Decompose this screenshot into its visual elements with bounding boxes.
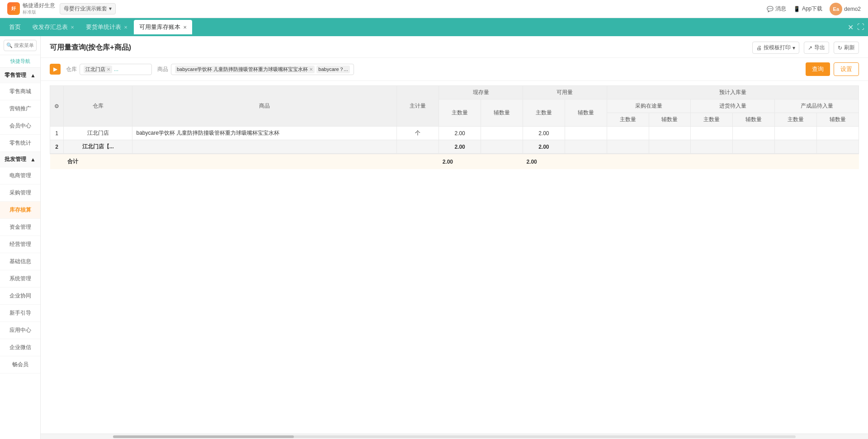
cell-product: babycare学饮杯 儿童防摔防撞吸管杯重力球吸嘴杯宝宝水杯 — [132, 127, 397, 140]
cell-prod-aux — [817, 127, 859, 140]
col-production: 产成品待入量 — [775, 99, 859, 113]
tab-home[interactable]: 首页 — [4, 20, 26, 34]
app-icon: 📱 — [793, 6, 800, 12]
warehouse-input[interactable]: 江北门店 ✕ ... — [80, 64, 152, 75]
col-avail-main: 主数量 — [523, 99, 565, 127]
cell-prod-aux-2 — [817, 140, 859, 154]
export-icon: ↗ — [808, 45, 812, 51]
filter-expand-btn[interactable]: ▶ — [50, 64, 61, 75]
sidebar-item-retail-stats[interactable]: 零售统计 — [0, 135, 40, 152]
industry-selector[interactable]: 母婴行业演示账套 ▾ — [60, 3, 116, 14]
close-tab-btn[interactable]: ✕ — [848, 23, 854, 32]
footer-empty-2 — [132, 154, 397, 169]
product-tag-2: babycare？... — [316, 66, 349, 73]
settings-btn[interactable]: 设置 — [834, 62, 859, 76]
sidebar-item-system[interactable]: 系统管理 — [0, 270, 40, 288]
sidebar-item-marketing[interactable]: 营销推广 — [0, 100, 40, 118]
tab-receive-label: 收发存汇总表 — [33, 23, 68, 31]
footer-pur-aux — [649, 154, 691, 169]
top-bar-right: 💬 消息 📱 App下载 Ea demo2 — [767, 3, 861, 15]
col-inc-main: 主数量 — [691, 113, 733, 127]
sidebar-item-inventory[interactable]: 库存核算 — [0, 202, 40, 219]
export-btn[interactable]: ↗ 导出 — [804, 42, 829, 54]
print-btn[interactable]: 🖨 按模板打印 ▾ — [752, 42, 799, 54]
sidebar-item-wechat[interactable]: 企业微信 — [0, 339, 40, 356]
col-unit: 主计量 — [397, 86, 439, 127]
sidebar-item-operations[interactable]: 经营管理 — [0, 236, 40, 253]
sidebar-item-retail-mall[interactable]: 零售商城 — [0, 83, 40, 100]
footer-label: 合计 — [64, 154, 132, 169]
col-inc-aux: 辅数量 — [733, 113, 775, 127]
cell-stock-aux — [481, 127, 523, 140]
filter-actions: 查询 设置 — [806, 62, 859, 76]
warehouse-label: 仓库 — [66, 66, 77, 73]
sidebar-item-purchase[interactable]: 采购管理 — [0, 184, 40, 202]
footer-avail-main: 2.00 — [523, 154, 565, 169]
tab-receive-close[interactable]: ✕ — [71, 25, 74, 30]
cell-inc-main — [691, 127, 733, 140]
sidebar-item-basic-info[interactable]: 基础信息 — [0, 253, 40, 270]
col-prod-main: 主数量 — [775, 113, 817, 127]
warehouse-tag-close[interactable]: ✕ — [107, 67, 110, 72]
quick-nav-btn[interactable]: 快捷导航 — [0, 55, 40, 68]
username: demo2 — [844, 6, 861, 12]
product-input[interactable]: babycare学饮杯 儿童防摔防撞吸管杯重力球吸嘴杯宝宝水杯 ✕ babyca… — [171, 64, 354, 75]
tab-receive-summary[interactable]: 收发存汇总表 ✕ — [27, 20, 80, 34]
message-icon: 💬 — [767, 6, 774, 12]
col-pur-main: 主数量 — [607, 113, 649, 127]
sidebar-item-retail-mgmt[interactable]: 零售管理 ▲ — [0, 68, 40, 83]
product-tag-1-close[interactable]: ✕ — [309, 67, 313, 72]
cell-pur-main-2 — [607, 140, 649, 154]
tab-available-stock[interactable]: 可用量库存账本 ✕ — [134, 20, 192, 34]
fullscreen-btn[interactable]: ⛶ — [857, 23, 864, 31]
message-btn[interactable]: 💬 消息 — [767, 5, 786, 13]
cell-index-2: 2 — [50, 140, 64, 154]
cell-avail-main: 2.00 — [523, 127, 565, 140]
table-footer-row: 合计 2.00 2.00 — [50, 154, 859, 169]
product-tag-1: babycare学饮杯 儿童防摔防撞吸管杯重力球吸嘴杯宝宝水杯 ✕ — [175, 66, 315, 73]
sidebar-item-enterprise[interactable]: 企业协同 — [0, 288, 40, 305]
sidebar-item-finance[interactable]: 资金管理 — [0, 219, 40, 236]
query-btn[interactable]: 查询 — [806, 62, 830, 76]
footer-empty-3 — [397, 154, 439, 169]
tab-order-close[interactable]: ✕ — [124, 25, 127, 30]
cell-prod-main-2 — [775, 140, 817, 154]
cell-unit-2 — [397, 140, 439, 154]
warehouse-more[interactable]: ... — [114, 66, 118, 72]
search-menu-btn[interactable]: 🔍 搜索菜单 — [4, 40, 37, 51]
search-icon: 🔍 — [6, 42, 13, 48]
avatar: Ea — [830, 3, 842, 15]
refresh-btn[interactable]: ↻ 刷新 — [834, 42, 859, 54]
sidebar-item-member2[interactable]: 畅会员 — [0, 356, 40, 373]
cell-stock-main-2: 2.00 — [439, 140, 481, 154]
tab-order-label: 要货单统计表 — [86, 23, 121, 31]
footer-empty-1 — [50, 154, 64, 169]
horizontal-scrollbar[interactable] — [41, 434, 868, 439]
cell-avail-main-2: 2.00 — [523, 140, 565, 154]
scrollbar-thumb[interactable] — [113, 435, 294, 438]
sidebar-item-app-center[interactable]: 应用中心 — [0, 322, 40, 339]
top-bar-left: 好 畅捷通好生意 标准版 母婴行业演示账套 ▾ — [7, 2, 116, 15]
col-pur-aux: 辅数量 — [649, 113, 691, 127]
col-avail-aux: 辅数量 — [565, 99, 607, 127]
tab-home-label: 首页 — [9, 23, 21, 31]
tab-available-close[interactable]: ✕ — [183, 25, 187, 30]
col-settings[interactable]: ⚙ — [50, 86, 64, 127]
refresh-icon: ↻ — [838, 45, 842, 51]
sidebar-item-newbie[interactable]: 新手引导 — [0, 305, 40, 322]
tab-order-stats[interactable]: 要货单统计表 ✕ — [80, 20, 133, 34]
cell-inc-aux — [733, 127, 775, 140]
logo-icon: 好 — [7, 2, 20, 15]
chevron-icon: ▲ — [30, 72, 36, 79]
cell-avail-aux — [565, 127, 607, 140]
col-available: 可用量 — [523, 86, 607, 99]
sidebar-item-wholesale-mgmt[interactable]: 批发管理 ▲ — [0, 152, 40, 167]
app-download-btn[interactable]: 📱 App下载 — [793, 5, 822, 13]
sidebar-item-member[interactable]: 会员中心 — [0, 118, 40, 135]
user-profile[interactable]: Ea demo2 — [830, 3, 861, 15]
sidebar-item-ecommerce[interactable]: 电商管理 — [0, 167, 40, 184]
cell-warehouse-2: 江北门店【... — [64, 140, 132, 154]
footer-avail-aux — [565, 154, 607, 169]
tab-bar: 首页 收发存汇总表 ✕ 要货单统计表 ✕ 可用量库存账本 ✕ ✕ ⛶ — [0, 18, 868, 36]
col-warehouse: 仓库 — [64, 86, 132, 127]
